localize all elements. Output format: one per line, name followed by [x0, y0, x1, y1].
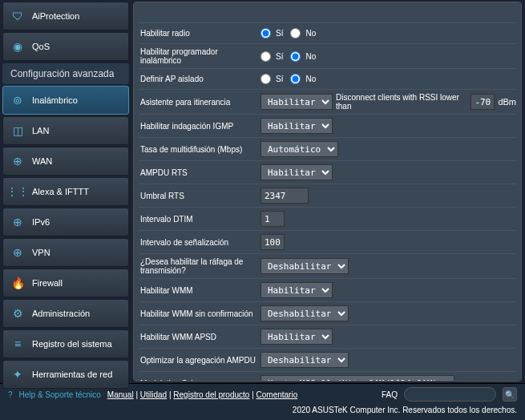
sidebar-item-lan[interactable]: ◫LAN [2, 116, 129, 145]
row-wmm-apsd: Habilitar WMM APSDHabilitar [139, 325, 516, 349]
select-multicast[interactable]: Automático [260, 141, 338, 157]
nav-label: QoS [32, 42, 50, 51]
nav-icon: ≡ [10, 336, 26, 352]
help-icon[interactable]: ? [8, 390, 13, 399]
nav-icon: ◫ [10, 123, 26, 139]
nav-icon: ⊕ [10, 214, 26, 230]
nav-label: Inalámbrico [32, 95, 78, 105]
nav-label: Firewall [32, 278, 63, 288]
nav-icon: 🛡 [10, 8, 26, 24]
select-wmm[interactable]: Habilitar [260, 282, 333, 298]
nav-label: VPN [32, 248, 50, 257]
row-igmp: Habilitar indagación IGMPHabilitar [139, 115, 516, 138]
sidebar-item-inal-mbrico[interactable]: ⊚Inalámbrico [2, 86, 129, 115]
row-wmm: Habilitar WMMHabilitar [139, 279, 516, 302]
copyright: 2020 ASUSTeK Computer Inc. Reservados to… [8, 402, 517, 418]
input-dtim[interactable] [260, 211, 285, 227]
radio-no[interactable] [290, 74, 301, 84]
row-ampdu-opt: Optimizar la agregación AMPDUDeshabilita… [139, 349, 516, 372]
sidebar-item-wan[interactable]: ⊕WAN [2, 147, 129, 176]
nav-label: WAN [32, 156, 52, 166]
nav-icon: ◉ [10, 38, 26, 55]
sidebar-item-vpn[interactable]: ⊕VPN [2, 238, 129, 267]
sidebar-item-alexa-ifttt[interactable]: ⋮⋮Alexa & IFTTT [2, 177, 129, 206]
input-rts[interactable] [260, 188, 309, 204]
radio-si[interactable] [260, 28, 271, 38]
select-modulation[interactable]: Up to MCS 11 (NitroQAM/1024-QAM) [260, 375, 454, 382]
nav-label: IPv6 [32, 217, 50, 227]
radio-no[interactable] [290, 28, 301, 38]
nav-label: LAN [32, 126, 49, 135]
sidebar-item-herramientas-de-red[interactable]: ✦Herramientas de red [2, 360, 129, 389]
nav-icon: ⊚ [10, 92, 26, 108]
select-wmm-noack[interactable]: Deshabilitar [260, 305, 349, 321]
nav-label: Alexa & IFTTT [32, 187, 89, 196]
radio-si[interactable] [260, 74, 271, 84]
sidebar: 🛡AiProtection◉QoS Configuración avanzada… [0, 0, 131, 383]
row-enable-radio: Habilitar radio SíNo [139, 23, 516, 44]
nav-icon: ⊕ [10, 153, 26, 169]
settings-panel: Habilitar radio SíNo Habilitar programad… [133, 2, 522, 382]
radio-si[interactable] [260, 51, 271, 62]
input-beacon[interactable] [260, 234, 285, 250]
nav-label: AiProtection [32, 11, 79, 21]
row-rts-threshold: Umbral RTS [139, 184, 516, 208]
sidebar-item-firewall[interactable]: 🔥Firewall [2, 269, 129, 297]
nav-icon: 🔥 [10, 275, 26, 291]
radio-no[interactable] [290, 51, 301, 62]
row-ap-isolated: Definir AP aislado SíNo [139, 69, 516, 90]
select-igmp[interactable]: Habilitar [260, 118, 333, 134]
sidebar-item-aiprotection[interactable]: 🛡AiProtection [2, 2, 129, 30]
nav-icon: ⊕ [10, 244, 26, 260]
sidebar-item-ipv6[interactable]: ⊕IPv6 [2, 208, 129, 236]
row-ampdu-rts: AMPDU RTSHabilitar [139, 161, 516, 184]
link-manual[interactable]: Manual [107, 390, 134, 399]
sidebar-section-title: Configuración avanzada [2, 63, 129, 84]
sidebar-item-registro-del-sistema[interactable]: ≡Registro del sistema [2, 329, 129, 358]
input-rssi[interactable] [470, 94, 495, 110]
faq-search-input[interactable] [404, 387, 496, 402]
sidebar-item-qos[interactable]: ◉QoS [2, 32, 129, 61]
row-modulation: Modulation SchemeUp to MCS 11 (NitroQAM/… [139, 372, 516, 382]
link-registro[interactable]: Registro del producto [173, 390, 249, 399]
nav-icon: ⋮⋮ [10, 184, 26, 200]
nav-label: Herramientas de red [32, 370, 112, 379]
row-tx-burst: ¿Desea habilitar la ráfaga de transmisió… [139, 254, 516, 279]
link-comentario[interactable]: Comentario [256, 390, 298, 399]
nav-icon: ⚙ [10, 305, 26, 321]
row-roaming-assistant: Asistente para itinerancia Habilitar Dis… [139, 90, 516, 115]
sidebar-item-administraci-n[interactable]: ⚙Administración [2, 299, 129, 328]
row-multicast: Tasa de multidifusión (Mbps)Automático [139, 138, 516, 161]
select-roaming[interactable]: Habilitar [260, 94, 333, 110]
row-wmm-noack: Habilitar WMM sin confirmaciónDeshabilit… [139, 302, 516, 325]
row-wireless-scheduler: Habilitar programador inalámbrico SíNo [139, 44, 516, 69]
select-ampdu-rts[interactable]: Habilitar [260, 164, 333, 180]
faq-label: FAQ [382, 390, 398, 399]
help-link[interactable]: Help & Soporte técnico [19, 390, 101, 399]
nav-label: Registro del sistema [32, 339, 112, 349]
select-ampdu-opt[interactable]: Deshabilitar [260, 352, 349, 368]
link-utilidad[interactable]: Utilidad [140, 390, 167, 399]
nav-label: Administración [32, 309, 90, 318]
row-beacon: Intervalo de señalización [139, 231, 516, 254]
row-dtim: Intervalo DTIM [139, 208, 516, 231]
search-icon[interactable]: 🔍 [503, 387, 517, 402]
nav-icon: ✦ [10, 366, 26, 382]
select-txburst[interactable]: Deshabilitar [260, 258, 349, 274]
select-wmm-apsd[interactable]: Habilitar [260, 329, 333, 345]
